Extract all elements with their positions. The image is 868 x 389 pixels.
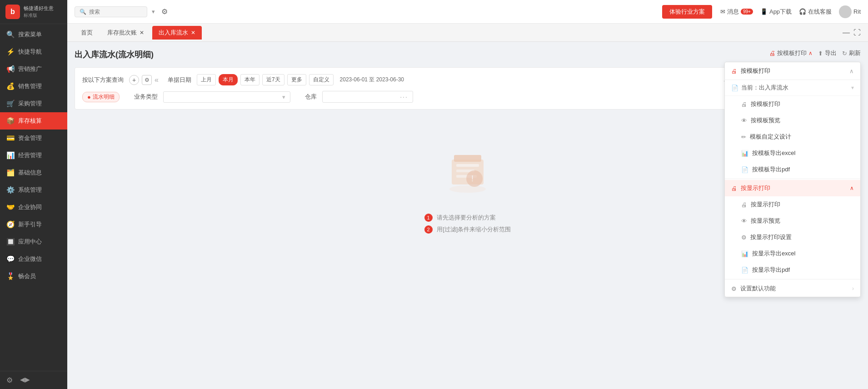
chevron-up-icon-3[interactable]: ∧ [850,185,854,191]
date-btn-custom[interactable]: 自定义 [309,74,334,85]
appcenter-nav-icon: 🔲 [6,238,15,246]
export-button[interactable]: ⬆ 导出 [818,49,837,57]
empty-step-2: 2 用[过滤]条件来缩小分析范围 [424,224,511,235]
chevron-down-icon[interactable]: ▾ [152,8,155,15]
biz-type-label: 业务类型 [134,93,158,101]
sidebar-item-basic[interactable]: 🗂️ 基础信息 [0,164,67,181]
user-item[interactable]: Rit [839,5,861,18]
tab-home[interactable]: 首页 [75,26,99,40]
svg-rect-2 [454,155,481,162]
refresh-button[interactable]: ↻ 刷新 [842,49,861,57]
sidebar-item-operations[interactable]: 📊 经营管理 [0,147,67,164]
warehouse-select[interactable]: ··· [322,91,413,103]
date-btn-last-month[interactable]: 上月 [197,74,216,85]
main-area: 🔍 ▾ ⚙ 体验行业方案 ✉ 消息 99+ 📱 App下载 🎧 在线客服 Rit [67,0,868,389]
sidebar-settings-icon[interactable]: ⚙ [6,376,13,384]
chevron-down-icon-2: ▾ [282,94,285,100]
app-download-item[interactable]: 📱 App下载 [760,8,792,16]
tab-inventory-batch-label: 库存批次账 [107,29,137,37]
dropdown-item-display-print[interactable]: 🖨 按显示打印 [725,196,860,213]
sidebar-fold-icon[interactable]: ◀▶ [20,376,30,384]
filter-tag-icon: ● [87,94,91,100]
service-icon: 🎧 [799,8,806,15]
header-search-box[interactable]: 🔍 [75,6,147,17]
display-pdf-label: 按显示导出pdf [752,266,790,274]
tab-minimize-icon[interactable]: — [843,29,850,37]
sidebar-item-guide[interactable]: 🧭 新手引导 [0,216,67,233]
display-preview-icon: 👁 [741,218,747,224]
online-service-item[interactable]: 🎧 在线客服 [799,8,832,16]
sidebar-label-enterprise: 企业协同 [18,203,42,211]
dropdown-item-display-pdf[interactable]: 📄 按显示导出pdf [725,262,860,278]
sidebar-label-member: 畅会员 [18,272,36,280]
dropdown-item-template-print[interactable]: 🖨 按模板打印 [725,96,860,112]
tab-home-label: 首页 [81,29,93,37]
biz-type-select[interactable]: ▾ [163,91,290,103]
page-actions: 🖨 按模板打印 ∧ ⬆ 导出 ↻ 刷新 [769,49,861,57]
tab-flow[interactable]: 出入库流水 ✕ [152,26,202,40]
tab-inventory-batch-close[interactable]: ✕ [140,30,144,36]
dropdown-section-display[interactable]: 🖨 按显示打印 ∧ [725,180,860,196]
dropdown-item-template-design[interactable]: ✏ 模板自定义设计 [725,129,860,145]
tab-flow-label: 出入库流水 [159,29,188,37]
member-nav-icon: 🎖️ [6,272,15,280]
tab-maximize-icon[interactable]: ⛶ [853,29,861,37]
date-btn-this-year[interactable]: 本年 [240,74,259,85]
trial-button[interactable]: 体验行业方案 [662,5,712,19]
tab-inventory-batch[interactable]: 库存批次账 ✕ [101,26,150,40]
divider [725,179,860,179]
sidebar-item-marketing[interactable]: 📢 营销推广 [0,60,67,78]
svg-rect-3 [456,164,479,167]
current-label: 当前：出入库流水 [741,84,788,92]
sidebar-label-purchase: 采购管理 [18,100,42,108]
dropdown-item-template-pdf[interactable]: 📄 按模板导出pdf [725,161,860,178]
dropdown-item-display-excel[interactable]: 📊 按显示导出excel [725,245,860,262]
dropdown-item-display-settings[interactable]: ⚙ 按显示打印设置 [725,229,860,245]
sidebar-item-wechat[interactable]: 💬 企业微信 [0,250,67,268]
sales-nav-icon: 💰 [6,82,15,90]
empty-illustration: ! [440,146,495,204]
sidebar-item-member[interactable]: 🎖️ 畅会员 [0,268,67,285]
app-download-label: App下载 [769,8,792,16]
print-template-button[interactable]: 🖨 按模板打印 ∧ [769,49,813,57]
filter-settings-button[interactable]: ⚙ [142,75,152,85]
dropdown-item-display-preview[interactable]: 👁 按显示预览 [725,213,860,229]
dropdown-footer[interactable]: ⚙ 设置默认功能 › [725,280,860,297]
sidebar-item-enterprise[interactable]: 🤝 企业协同 [0,199,67,216]
date-btn-7days[interactable]: 近7天 [262,74,284,85]
sidebar-item-appcenter[interactable]: 🔲 应用中心 [0,233,67,250]
marketing-nav-icon: 📢 [6,65,15,73]
download-icon: 📱 [760,8,768,15]
collapse-left-icon[interactable]: « [155,76,159,84]
dropdown-item-template-excel[interactable]: 📊 按模板导出excel [725,145,860,161]
sidebar-item-inventory[interactable]: 📦 库存核算 [0,112,67,130]
message-item[interactable]: ✉ 消息 99+ [720,8,753,16]
chevron-up-icon-2[interactable]: ∧ [849,68,854,75]
sidebar-item-shortcut[interactable]: ⚡ 快捷导航 [0,43,67,60]
export-icon: ⬆ [818,50,823,57]
footer-label: 设置默认功能 [740,284,776,293]
date-btn-this-month[interactable]: 本月 [219,74,238,85]
chevron-down-gray[interactable]: ▾ [851,85,854,91]
tab-flow-close[interactable]: ✕ [191,30,195,36]
chevron-up-icon: ∧ [808,50,813,56]
dropdown-panel: 🖨 按模板打印 ∧ 📄 当前：出入库流水 ▾ 🖨 按模板打印 👁 按模 [724,62,861,297]
printer-icon-2: 🖨 [731,68,737,75]
sidebar-label-basic: 基础信息 [18,169,42,177]
dropdown-item-template-preview[interactable]: 👁 按模板预览 [725,112,860,129]
sidebar-item-sales[interactable]: 💰 销售管理 [0,78,67,95]
gear-icon[interactable]: ⚙ [161,7,168,16]
search-nav-icon: 🔍 [6,30,15,39]
wechat-nav-icon: 💬 [6,255,15,263]
display-settings-icon: ⚙ [741,234,747,241]
sidebar-item-finance[interactable]: 💳 资金管理 [0,130,67,147]
date-btn-more[interactable]: 更多 [287,74,306,85]
basic-nav-icon: 🗂️ [6,169,15,177]
sidebar-label-system: 系统管理 [18,186,42,194]
sidebar-item-search[interactable]: 🔍 搜索菜单 [0,26,67,43]
search-input[interactable] [89,9,135,15]
add-filter-button[interactable]: + [129,75,139,85]
sidebar-item-purchase[interactable]: 🛒 采购管理 [0,95,67,112]
search-icon: 🔍 [80,9,86,15]
sidebar-item-system[interactable]: ⚙️ 系统管理 [0,181,67,199]
